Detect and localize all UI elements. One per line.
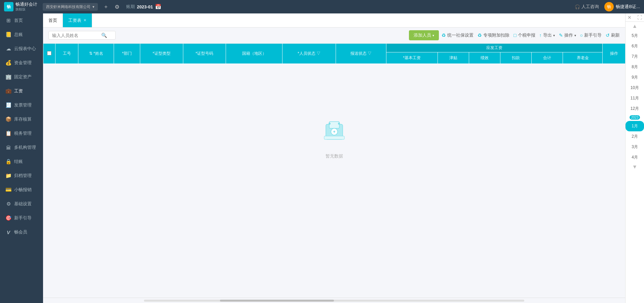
month-list: ▲ 5月 6月 7月 8月 9月 10月 11月 12月 2023 1月 2月 …: [626, 22, 644, 303]
th-status[interactable]: *人员状态 ▽: [282, 44, 336, 64]
th-no: 工号: [55, 44, 78, 64]
add-company-button[interactable]: ＋: [102, 2, 110, 12]
settings-icon[interactable]: ⚙: [113, 2, 121, 11]
sidebar-item-close[interactable]: 🔒 结账: [0, 155, 43, 169]
month-item-8[interactable]: 8月: [626, 62, 644, 72]
sidebar-label-fund: 资金管理: [14, 60, 32, 66]
panel-close-icon[interactable]: ✕: [628, 15, 632, 20]
export-label: 导出: [543, 32, 552, 38]
month-item-7[interactable]: 7月: [626, 51, 644, 62]
th-nation: 国籍（地区）: [226, 44, 282, 64]
month-item-11[interactable]: 11月: [626, 93, 644, 103]
tax-report-button[interactable]: □ 个税申报: [514, 32, 535, 38]
month-item-6[interactable]: 6月: [626, 41, 644, 51]
export-button[interactable]: ↑ 导出 ▾: [539, 32, 555, 38]
archive-icon: 📁: [5, 173, 11, 179]
support-button[interactable]: 🎧 人工咨询: [575, 4, 599, 10]
content-area: 首页 工资表 ✕ 🔍 添加人员 ▾ ♻ 统一社保设置: [43, 13, 625, 303]
tax-report-label: 个税申报: [518, 32, 535, 38]
tab-salary-table[interactable]: 工资表 ✕: [63, 13, 92, 27]
tax-report-icon: □: [514, 33, 516, 38]
sidebar-label-guide: 新手引导: [14, 215, 32, 221]
table-header-row-1: 工号 ⇅ *姓名 *部门 *证型类型 *证型号码 国籍（地区） *人员状态 ▽ …: [43, 44, 626, 52]
search-input[interactable]: [52, 33, 99, 38]
tab-home[interactable]: 首页: [43, 13, 63, 27]
month-scroll-down-icon[interactable]: ▼: [631, 163, 639, 171]
company-selector[interactable]: 西安虾米网络科技有限公司 ▾: [43, 3, 98, 11]
sidebar-item-expense[interactable]: 💳 小畅报销: [0, 183, 43, 197]
sidebar-label-home: 首页: [14, 17, 23, 24]
month-item-4[interactable]: 4月: [626, 152, 644, 163]
sidebar-label-multi: 多机构管理: [14, 144, 36, 150]
sidebar-item-home[interactable]: ⊞ 首页: [0, 13, 43, 28]
panel-expand-icon[interactable]: ⛶: [637, 15, 642, 20]
add-person-button[interactable]: 添加人员 ▾: [409, 30, 439, 40]
month-item-2[interactable]: 2月: [626, 131, 644, 142]
refresh-button[interactable]: ↺ 刷新: [606, 32, 620, 38]
social-settings-button[interactable]: ♻ 统一社保设置: [442, 32, 473, 38]
period-value: 2023-01: [137, 4, 153, 9]
sidebar-item-archive[interactable]: 📁 归档管理: [0, 169, 43, 183]
sidebar-item-salary[interactable]: 💼 工资: [0, 84, 43, 98]
inventory-icon: 📦: [5, 116, 11, 122]
sidebar-item-member[interactable]: V 畅会员: [0, 225, 43, 239]
month-item-3[interactable]: 3月: [626, 142, 644, 152]
sidebar-item-settings[interactable]: ⚙ 基础设置: [0, 197, 43, 211]
sidebar-item-tax[interactable]: 📋 税务管理: [0, 126, 43, 140]
month-item-9[interactable]: 9月: [626, 72, 644, 83]
th-id-type: *证型类型: [140, 44, 183, 64]
empty-state: 暂无数据: [43, 91, 626, 186]
th-id-no: *证型号码: [183, 44, 226, 64]
right-panel-header: ✕ ⛶: [626, 13, 644, 22]
calendar-icon[interactable]: 📅: [155, 4, 161, 10]
th-base-salary: *基本工资: [386, 52, 438, 64]
sidebar-label-expense: 小畅报销: [14, 187, 32, 193]
company-name: 西安虾米网络科技有限公司: [46, 4, 90, 9]
top-bar-actions: ＋ ⚙: [102, 2, 121, 12]
th-checkbox[interactable]: [43, 44, 55, 64]
sidebar-item-report[interactable]: ☁ 云报表中心: [0, 42, 43, 56]
home-icon: ⊞: [5, 17, 11, 24]
scroll-thumb[interactable]: [220, 300, 334, 302]
social-label: 统一社保设置: [447, 32, 473, 38]
toolbar-actions: ♻ 统一社保设置 ♻ 专项附加扣除 □ 个税申报 ↑ 导出 ▾ ✎: [442, 32, 620, 38]
guide-icon: 🎯: [5, 215, 11, 221]
main-layout: ⊞ 首页 📒 总账 ☁ 云报表中心 💰 资金管理 🏢 固定资产 💼 工资 🧾 发…: [0, 13, 644, 303]
special-label: 专项附加扣除: [483, 32, 509, 38]
sidebar-item-multi[interactable]: 🏛 多机构管理: [0, 140, 43, 155]
sidebar-item-fund[interactable]: 💰 资金管理: [0, 56, 43, 70]
multi-icon: 🏛: [5, 145, 11, 150]
select-all-checkbox[interactable]: [47, 51, 51, 55]
month-item-1[interactable]: 1月: [626, 121, 644, 131]
refresh-label: 刷新: [611, 32, 620, 38]
month-item-12[interactable]: 12月: [626, 103, 644, 114]
export-icon: ↑: [539, 33, 542, 38]
th-total: 合计: [531, 52, 563, 64]
month-scroll-up-icon[interactable]: ▲: [631, 22, 639, 31]
sidebar-item-guide[interactable]: 🎯 新手引导: [0, 211, 43, 225]
sidebar-item-ledger[interactable]: 📒 总账: [0, 28, 43, 42]
sidebar-item-asset[interactable]: 🏢 固定资产: [0, 70, 43, 84]
chevron-down-icon: ▾: [92, 5, 94, 9]
operate-button[interactable]: ✎ 操作 ▾: [559, 32, 576, 38]
operate-label: 操作: [564, 32, 573, 38]
month-item-10[interactable]: 10月: [626, 83, 644, 93]
sidebar-item-inventory[interactable]: 📦 库存核算: [0, 112, 43, 126]
tab-close-icon[interactable]: ✕: [83, 18, 86, 23]
th-report-status[interactable]: 报送状态 ▽: [336, 44, 386, 64]
sidebar-item-invoice[interactable]: 🧾 发票管理: [0, 98, 43, 112]
app-name: 畅通好会计: [15, 2, 37, 7]
add-person-label: 添加人员: [414, 32, 431, 38]
scroll-track[interactable]: [144, 300, 524, 302]
guide-button[interactable]: ○ 新手引导: [580, 32, 602, 38]
year-badge: 2023: [630, 115, 640, 120]
fund-icon: 💰: [5, 60, 11, 66]
empty-illustration: [321, 118, 348, 144]
special-deduction-button[interactable]: ♻ 专项附加扣除: [478, 32, 509, 38]
th-name[interactable]: ⇅ *姓名: [78, 44, 114, 64]
month-item-5[interactable]: 5月: [626, 31, 644, 41]
toolbar: 🔍 添加人员 ▾ ♻ 统一社保设置 ♻ 专项附加扣除 □ 个税申报: [43, 28, 625, 43]
scroll-hint: [43, 298, 625, 303]
user-info[interactable]: 畅 畅捷通B证...: [604, 2, 640, 11]
search-box[interactable]: 🔍: [48, 31, 116, 40]
